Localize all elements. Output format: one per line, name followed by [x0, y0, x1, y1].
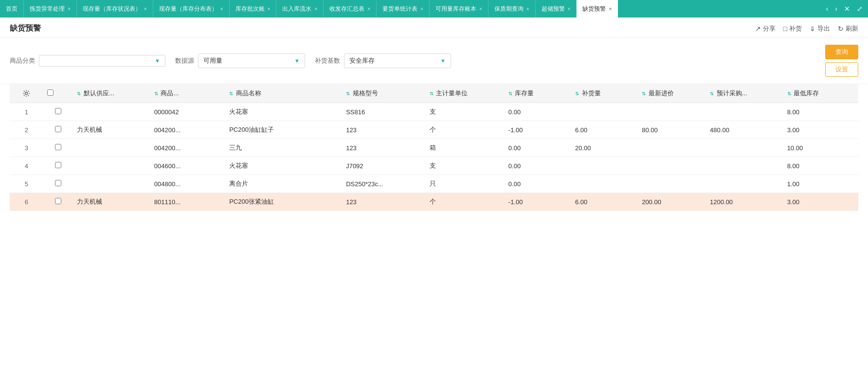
gear-icon[interactable] [22, 89, 30, 97]
header-actions: ↗ 分享 □ 补货 ⇓ 导出 ↻ 刷新 [755, 24, 858, 33]
row-select-5[interactable] [55, 180, 61, 186]
sort-name-icon[interactable]: ⇅ [229, 91, 233, 96]
export-button[interactable]: ⇓ 导出 [810, 24, 830, 33]
tab-expiry-query[interactable]: 保质期查询 × [488, 0, 536, 18]
header-checkbox [43, 84, 73, 103]
tab-available-ledger[interactable]: 可用量库存账本 × [430, 0, 488, 18]
row-spec-5: DS250*23c... [342, 175, 425, 193]
row-name-6: PC200张紧油缸 [225, 193, 342, 211]
sort-price-icon[interactable]: ⇅ [642, 91, 646, 96]
query-button[interactable]: 查询 [825, 45, 858, 59]
row-unit-4: 支 [426, 157, 505, 175]
replenish-basis-chevron-icon: ▼ [440, 58, 446, 64]
row-number-3: 3 [10, 139, 43, 157]
tab-close-inout-flow[interactable]: × [314, 6, 317, 12]
row-min-stock-1: 8.00 [783, 103, 858, 121]
row-checkbox-5[interactable] [43, 175, 73, 193]
row-latest-price-4 [638, 157, 706, 175]
export-icon: ⇓ [810, 25, 815, 33]
row-latest-price-3 [638, 139, 706, 157]
datasource-select[interactable]: 可用量 ▼ [198, 53, 305, 68]
settings-button[interactable]: 设置 [825, 62, 858, 77]
tab-close-demand-stat[interactable]: × [420, 6, 423, 12]
row-name-5: 离合片 [225, 175, 342, 193]
sort-code-icon[interactable]: ⇅ [154, 91, 158, 96]
tab-inout-flow[interactable]: 出入库流水 × [276, 0, 324, 18]
table-header-row: ⇅ 默认供应... ⇅ 商品... ⇅ 商品名称 ⇅ 规格型号 [10, 84, 858, 103]
header-name: ⇅ 商品名称 [225, 84, 342, 103]
tab-close-abnormal[interactable]: × [68, 6, 71, 12]
header-forecast-purchase: ⇅ 预计采购... [706, 84, 783, 103]
sort-replenish-icon[interactable]: ⇅ [575, 91, 579, 96]
tab-expand-button[interactable]: ⤢ [854, 4, 865, 14]
tab-shortage-warning[interactable]: 缺货预警 × [577, 0, 618, 18]
sort-spec-icon[interactable]: ⇅ [346, 91, 350, 96]
row-checkbox-4[interactable] [43, 157, 73, 175]
row-select-4[interactable] [55, 162, 61, 168]
row-select-6[interactable] [55, 198, 61, 204]
sort-stock-icon[interactable]: ⇅ [508, 91, 512, 96]
row-supplier-6: 力天机械 [73, 193, 150, 211]
row-supplier-5 [73, 175, 150, 193]
tab-home[interactable]: 首页 [0, 0, 24, 18]
tab-current-dist[interactable]: 现存量（库存分布表） × [153, 0, 230, 18]
header-code: ⇅ 商品... [150, 84, 225, 103]
row-replenish-4 [571, 157, 638, 175]
tab-receipt-summary[interactable]: 收发存汇总表 × [324, 0, 377, 18]
tab-close-available-ledger[interactable]: × [479, 6, 482, 12]
select-all-checkbox[interactable] [47, 89, 54, 96]
tab-demand-stat[interactable]: 要货单统计表 × [377, 0, 430, 18]
row-stock-3: 0.00 [505, 139, 571, 157]
row-replenish-1 [571, 103, 638, 121]
tab-close-all-button[interactable]: ✕ [842, 4, 852, 14]
row-checkbox-1[interactable] [43, 103, 73, 121]
row-min-stock-5: 1.00 [783, 175, 858, 193]
tab-close-current-dist[interactable]: × [220, 6, 223, 12]
row-unit-2: 个 [426, 121, 505, 139]
row-forecast-purchase-1 [706, 103, 783, 121]
tab-close-shortage-warning[interactable]: × [609, 6, 612, 12]
sort-forecast-icon[interactable]: ⇅ [710, 91, 714, 96]
row-spec-6: 123 [342, 193, 425, 211]
tab-next-button[interactable]: › [832, 4, 840, 14]
row-select-2[interactable] [55, 126, 61, 132]
tab-close-current-status[interactable]: × [144, 6, 147, 12]
table-row: 4 004600... 火花塞 J7092 支 0.00 8.00 [10, 157, 858, 175]
row-spec-2: 123 [342, 121, 425, 139]
refresh-icon: ↻ [838, 25, 844, 33]
row-code-2: 004200... [150, 121, 225, 139]
tab-current-status[interactable]: 现存量（库存状况表） × [77, 0, 153, 18]
tab-abnormal[interactable]: 拣货异常处理 × [24, 0, 77, 18]
row-code-6: 801110... [150, 193, 225, 211]
sort-minstock-icon[interactable]: ⇅ [787, 91, 791, 96]
sort-unit-icon[interactable]: ⇅ [430, 91, 434, 96]
tab-close-receipt-summary[interactable]: × [367, 6, 370, 12]
refresh-button[interactable]: ↻ 刷新 [838, 24, 858, 33]
tab-batch-account[interactable]: 库存批次账 × [230, 0, 277, 18]
header-min-stock: ⇅ 最低库存 [783, 84, 858, 103]
category-chevron-icon: ▼ [155, 58, 160, 64]
category-select[interactable]: ▼ [39, 55, 165, 67]
tab-close-overstock-warning[interactable]: × [568, 6, 571, 12]
row-latest-price-2: 80.00 [638, 121, 706, 139]
row-supplier-1 [73, 103, 150, 121]
sort-supplier-icon[interactable]: ⇅ [77, 91, 81, 96]
share-icon: ↗ [755, 25, 761, 33]
row-select-1[interactable] [55, 108, 61, 114]
tab-bar: 首页 拣货异常处理 × 现存量（库存状况表） × 现存量（库存分布表） × 库存… [0, 0, 868, 18]
row-number-5: 5 [10, 175, 43, 193]
share-button[interactable]: ↗ 分享 [755, 24, 776, 33]
row-stock-1: 0.00 [505, 103, 571, 121]
row-checkbox-3[interactable] [43, 139, 73, 157]
tab-prev-button[interactable]: ‹ [824, 4, 831, 14]
row-select-3[interactable] [55, 144, 61, 150]
tab-close-batch-account[interactable]: × [268, 6, 271, 12]
replenish-button[interactable]: □ 补货 [783, 24, 802, 33]
tab-close-expiry-query[interactable]: × [526, 6, 529, 12]
tab-nav-buttons: ‹ › ✕ ⤢ [821, 4, 868, 14]
replenish-basis-select[interactable]: 安全库存 ▼ [344, 53, 451, 68]
row-replenish-5 [571, 175, 638, 193]
row-checkbox-6[interactable] [43, 193, 73, 211]
row-checkbox-2[interactable] [43, 121, 73, 139]
tab-overstock-warning[interactable]: 超储预警 × [536, 0, 577, 18]
